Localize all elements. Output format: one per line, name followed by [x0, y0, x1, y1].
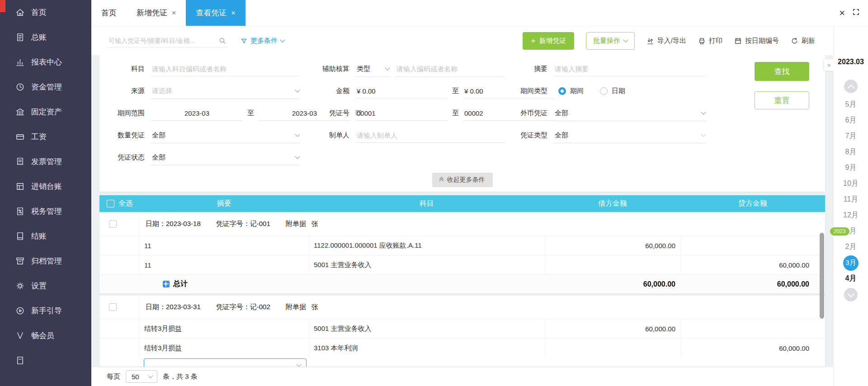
voucher-type-select[interactable]: 全部	[554, 128, 706, 143]
number-by-date-button[interactable]: 按日期编号	[734, 37, 779, 45]
sidebar-item-closing[interactable]: 结账	[0, 224, 91, 249]
voucher-type-label: 凭证类型	[505, 131, 554, 140]
sidebar-item-label: 归档管理	[31, 256, 62, 266]
month-item-12[interactable]: 12月	[834, 207, 868, 223]
entry-credit	[680, 319, 825, 338]
sidebar-item-member[interactable]: 畅会员	[0, 323, 91, 348]
batch-operations-button[interactable]: 批量操作	[586, 32, 635, 50]
sidebar-item-invoice-management[interactable]: 发票管理	[0, 149, 91, 174]
sidebar-item-fixed-assets[interactable]: 固定资产	[0, 99, 91, 124]
voucher-no-from-input[interactable]	[356, 106, 448, 121]
search-icon[interactable]	[219, 37, 226, 44]
month-item-1[interactable]: 2023 1月	[834, 223, 868, 239]
column-header-credit: 贷方金额	[680, 199, 825, 208]
month-item-5[interactable]: 5月	[834, 97, 868, 113]
month-item-7[interactable]: 7月	[834, 128, 868, 144]
voucher-entry-row[interactable]: 结转3月损益 5001 主营业务收入 60,000.00	[99, 319, 825, 338]
quantity-voucher-label: 数量凭证	[99, 131, 151, 140]
sidebar-item-fund-management[interactable]: 资金管理	[0, 75, 91, 99]
voucher-entry-row[interactable]: 11 5001 主营业务收入 60,000.00	[99, 255, 825, 274]
add-voucher-button[interactable]: 新增凭证	[523, 32, 574, 50]
period-rail: » 2023.03 5月 6月 7月 8月 9月 10月 11月 12月 202…	[833, 26, 868, 386]
sidebar-item-report-center[interactable]: 报表中心	[0, 50, 91, 75]
sidebar-item-label: 总账	[31, 32, 47, 42]
collapse-rail-button[interactable]: »	[824, 59, 834, 71]
sidebar-item-general-ledger[interactable]: 总账	[0, 25, 91, 50]
period-option-label: 期间	[570, 87, 584, 95]
sidebar-item-beginner-guide[interactable]: 新手引导	[0, 298, 91, 323]
row-checkbox[interactable]	[109, 220, 117, 228]
period-radio[interactable]: 期间	[558, 87, 584, 95]
filter-funnel-icon	[241, 38, 247, 44]
tab-home[interactable]: 首页	[91, 0, 127, 26]
month-item-4[interactable]: 4月	[834, 271, 868, 287]
import-export-button[interactable]: 导入/导出	[646, 37, 686, 45]
attachment-label: 附单据	[286, 220, 306, 228]
month-item-10[interactable]: 10月	[834, 176, 868, 192]
voucher-status-select[interactable]: 全部	[151, 150, 300, 165]
sidebar-item-archive-management[interactable]: 归档管理	[0, 249, 91, 273]
voucher-table: 全选 摘要 科目 借方金额 贷方金额 日期：20	[99, 195, 825, 367]
refresh-label: 刷新	[802, 37, 815, 45]
row-checkbox[interactable]	[109, 303, 117, 311]
foreign-currency-select[interactable]: 全部	[554, 106, 706, 121]
table-scrollbar[interactable]	[820, 233, 824, 319]
refresh-button[interactable]: 刷新	[791, 37, 815, 45]
creator-label: 制单人	[300, 131, 356, 140]
sidebar-item-partial[interactable]	[0, 348, 91, 373]
month-item-2[interactable]: 2月	[834, 239, 868, 255]
scroll-months-down-button[interactable]	[844, 288, 858, 301]
tab-view-voucher[interactable]: 查看凭证 ×	[186, 0, 245, 26]
guide-play-icon	[15, 306, 25, 315]
sidebar-item-purchase-sales-ledger[interactable]: 进销台账	[0, 174, 91, 199]
expand-handle-icon: »	[827, 61, 830, 68]
collapse-conditions-button[interactable]: 收起更多条件	[432, 173, 493, 187]
date-radio[interactable]: 日期	[600, 87, 625, 95]
print-button[interactable]: 打印	[698, 37, 722, 45]
sidebar-item-tax-management[interactable]: 税务管理	[0, 199, 91, 224]
creator-input[interactable]	[356, 128, 505, 143]
sidebar-item-label: 工资	[31, 132, 47, 142]
period-from-input[interactable]	[151, 106, 243, 121]
search-input[interactable]	[108, 37, 215, 44]
total-label: 总计	[173, 279, 188, 289]
sidebar-item-payroll[interactable]: 工资	[0, 124, 91, 149]
quantity-voucher-select[interactable]: 全部	[151, 128, 300, 143]
close-icon[interactable]: ×	[839, 8, 845, 18]
subject-filter-input[interactable]	[151, 62, 300, 76]
per-page-select[interactable]: 50	[126, 370, 157, 383]
tab-add-voucher[interactable]: 新增凭证 ×	[127, 0, 186, 26]
more-conditions-link[interactable]: 更多条件	[241, 37, 284, 45]
month-item-11[interactable]: 11月	[834, 192, 868, 207]
aux-type-select[interactable]: 类型	[356, 61, 390, 77]
month-item-8[interactable]: 8月	[834, 144, 868, 160]
archive-box-icon	[15, 256, 25, 266]
scroll-months-up-button[interactable]	[844, 80, 858, 93]
month-item-3-selected[interactable]: 3月	[834, 255, 868, 271]
date-option-label: 日期	[612, 87, 625, 95]
summary-select-focused[interactable]	[144, 358, 307, 367]
sidebar-item-home[interactable]: 首页	[0, 0, 91, 25]
entry-summary: 11	[139, 236, 309, 255]
voucher-entry-row[interactable]: 11 1122.000001.000001 应收账款.A.11 60,000.0…	[99, 235, 825, 255]
search-button[interactable]: 查找	[755, 62, 809, 81]
summary-filter-input[interactable]	[554, 62, 706, 76]
amount-from-input[interactable]	[356, 84, 448, 99]
fullscreen-icon[interactable]	[852, 8, 860, 18]
entry-debit	[545, 339, 680, 358]
select-all-checkbox[interactable]	[107, 200, 114, 207]
voucher-entry-row[interactable]: 结转3月损益 3103 本年利润 60,000.00	[99, 338, 825, 358]
sidebar-item-settings[interactable]: 设置	[0, 273, 91, 298]
filter-row-1: 科目 辅助核算 类型 摘要	[99, 58, 825, 80]
printer-icon	[698, 37, 706, 45]
month-item-9[interactable]: 9月	[834, 160, 868, 176]
month-item-6[interactable]: 6月	[834, 113, 868, 128]
aux-accounting-input[interactable]	[396, 61, 505, 77]
period-range-label: 期间范围	[99, 109, 151, 118]
reset-button[interactable]: 重置	[755, 91, 809, 109]
source-select[interactable]: 请选择	[151, 84, 300, 99]
sidebar-item-label: 税务管理	[31, 206, 62, 217]
close-icon[interactable]: ×	[231, 9, 235, 17]
app-window: 首页 总账 报表中心 资金管理 固定资产 工资 发票管理 进销台账	[0, 0, 868, 386]
close-icon[interactable]: ×	[172, 9, 176, 17]
